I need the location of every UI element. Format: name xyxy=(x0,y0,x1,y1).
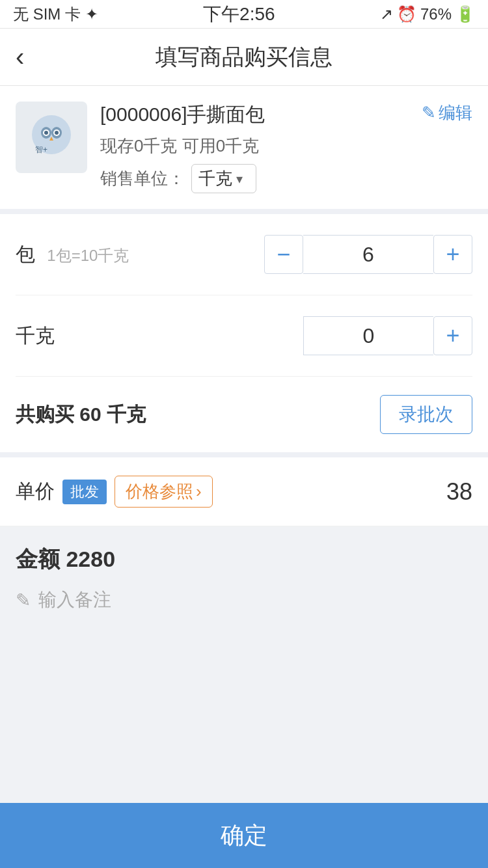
price-section: 单价 批发 价格参照 › 38 xyxy=(0,457,488,526)
product-logo: 智+ xyxy=(29,112,74,163)
product-image: 智+ xyxy=(16,102,87,173)
pack-qty-control: − + xyxy=(264,235,472,274)
product-stock: 现存0千克 可用0千克 xyxy=(100,135,409,157)
price-ref-arrow: › xyxy=(196,481,202,502)
unit-label: 销售单位： xyxy=(100,167,185,190)
pack-hint: 1包=10千克 xyxy=(47,247,129,264)
page-title: 填写商品购买信息 xyxy=(156,42,332,72)
price-badge: 批发 xyxy=(62,480,107,504)
pack-plus-button[interactable]: + xyxy=(433,235,472,274)
price-ref-button[interactable]: 价格参照 › xyxy=(115,476,213,508)
price-label: 单价 批发 价格参照 › xyxy=(16,476,213,508)
note-label: 输入备注 xyxy=(38,588,111,612)
back-button[interactable]: ‹ xyxy=(16,42,24,72)
kg-label: 千克 xyxy=(16,323,303,349)
kg-qty-row: 千克 + xyxy=(16,295,472,377)
batch-button[interactable]: 录批次 xyxy=(380,395,472,434)
sim-label: 无 SIM 卡 ✦ xyxy=(13,4,98,25)
kg-qty-control: + xyxy=(303,316,472,355)
battery-label: 76% xyxy=(420,5,452,23)
status-bar: 无 SIM 卡 ✦ 下午2:56 ↗ ⏰ 76% 🔋 xyxy=(0,0,488,29)
product-section: 智+ [0000006]手撕面包 现存0千克 可用0千克 销售单位： 千克 ▾ … xyxy=(0,86,488,214)
edit-icon: ✎ xyxy=(422,103,436,123)
spacer xyxy=(0,625,488,803)
kg-plus-button[interactable]: + xyxy=(433,316,472,355)
total-text: 共购买 60 千克 xyxy=(16,401,146,428)
svg-point-5 xyxy=(44,131,48,135)
pack-section: 包 1包=10千克 − + xyxy=(0,214,488,295)
pack-qty-input[interactable] xyxy=(303,235,433,274)
amount-section: 金额 2280 ✎ 输入备注 xyxy=(0,526,488,625)
unit-select[interactable]: 千克 ▾ xyxy=(191,164,256,193)
pencil-icon: ✎ xyxy=(16,590,31,611)
svg-point-6 xyxy=(55,131,59,135)
unit-value: 千克 xyxy=(198,167,232,190)
total-amount: 60 xyxy=(79,403,101,425)
nav-bar: ‹ 填写商品购买信息 xyxy=(0,29,488,86)
product-info: [0000006]手撕面包 现存0千克 可用0千克 销售单位： 千克 ▾ xyxy=(100,102,409,193)
status-left: 无 SIM 卡 ✦ xyxy=(13,4,98,25)
pack-label: 包 1包=10千克 xyxy=(16,241,264,268)
amount-value: 2280 xyxy=(66,547,115,571)
status-time: 下午2:56 xyxy=(203,2,275,27)
price-value: 38 xyxy=(446,478,472,506)
unit-dropdown-arrow: ▾ xyxy=(236,171,243,187)
location-icon: ↗ xyxy=(380,5,393,23)
total-row: 共购买 60 千克 录批次 xyxy=(0,377,488,457)
product-name: [0000006]手撕面包 xyxy=(100,102,409,128)
status-right: ↗ ⏰ 76% 🔋 xyxy=(380,5,475,23)
note-row[interactable]: ✎ 输入备注 xyxy=(16,588,472,612)
product-unit-row: 销售单位： 千克 ▾ xyxy=(100,164,409,193)
pack-minus-button[interactable]: − xyxy=(264,235,303,274)
amount-row: 金额 2280 xyxy=(16,545,472,575)
edit-label: 编辑 xyxy=(439,102,472,124)
svg-text:智+: 智+ xyxy=(35,145,47,154)
alarm-icon: ⏰ xyxy=(397,5,416,23)
kg-section: 千克 + xyxy=(0,295,488,377)
pack-qty-row: 包 1包=10千克 − + xyxy=(16,214,472,295)
kg-qty-input[interactable] xyxy=(303,316,433,355)
confirm-button[interactable]: 确定 xyxy=(0,803,488,868)
battery-icon: 🔋 xyxy=(455,5,475,23)
edit-button[interactable]: ✎ 编辑 xyxy=(422,102,472,124)
